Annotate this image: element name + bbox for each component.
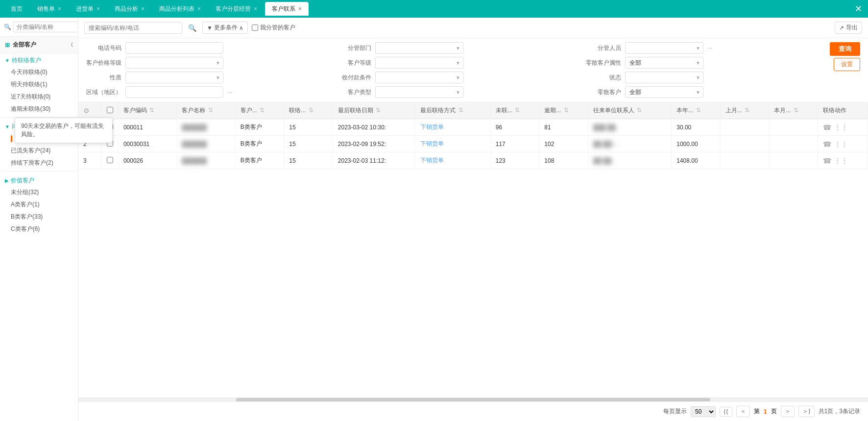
- sort-icon-last-month[interactable]: ⇅: [745, 107, 749, 114]
- next-page-button[interactable]: ＞: [781, 406, 795, 417]
- action-more-icon[interactable]: ⋮⋮: [834, 124, 848, 131]
- cell-last-date: 2023-02-03 11:12:: [333, 152, 415, 169]
- table-row: 2 00030031 ██████ B类客户 15 2023-02-09 19:…: [78, 136, 868, 152]
- tab-customer-layered-close[interactable]: ×: [254, 5, 257, 12]
- my-customers-checkbox[interactable]: [252, 25, 258, 31]
- filter-field-customer-type: 客户类型 ▼: [336, 86, 574, 98]
- tab-analysis-list[interactable]: 商品分析列表 ×: [152, 2, 208, 16]
- my-customers-checkbox-label[interactable]: 我分管的客户: [252, 24, 295, 32]
- sidebar-item-churned[interactable]: 已流失客户(24): [0, 145, 78, 157]
- sidebar-item-tomorrow-pending[interactable]: 明天待联络(1): [0, 78, 78, 91]
- tab-analysis[interactable]: 商品分析 ×: [108, 2, 151, 16]
- last-method-link[interactable]: 下销货单: [420, 157, 444, 164]
- tab-analysis-list-close[interactable]: ×: [197, 5, 201, 12]
- cell-last-method: 下销货单: [415, 119, 490, 136]
- select-all-checkbox[interactable]: [107, 107, 113, 113]
- sort-icon-last-date[interactable]: ⇅: [376, 107, 381, 114]
- tab-sales[interactable]: 销售单 ×: [30, 2, 68, 16]
- tab-purchase[interactable]: 进货单 ×: [69, 2, 107, 16]
- sort-icon-no-contact[interactable]: ⇅: [515, 107, 520, 114]
- table-settings-icon[interactable]: ⚙: [83, 107, 90, 115]
- sort-icon-this-month[interactable]: ⇅: [794, 107, 798, 114]
- sidebar-item-class-a[interactable]: A类客户(1): [0, 198, 78, 211]
- sidebar-search-area: 🔍: [0, 18, 78, 37]
- region-input[interactable]: [125, 86, 223, 98]
- search-button[interactable]: 🔍: [186, 23, 198, 33]
- action-phone-icon[interactable]: ☎: [823, 140, 831, 148]
- divider-2: [0, 171, 78, 172]
- customer-level-select[interactable]: [375, 57, 463, 69]
- sort-icon-overdue[interactable]: ⇅: [564, 107, 569, 114]
- filter-row-4: 区域（地区） ··· 客户类型 ▼ 零散客户: [86, 86, 824, 98]
- search-input[interactable]: [84, 22, 182, 34]
- price-level-select[interactable]: [125, 57, 223, 69]
- more-conditions-button[interactable]: ▼ 更多条件 ∧: [202, 22, 248, 34]
- sort-icon-level[interactable]: ⇅: [260, 107, 265, 114]
- tab-sales-close[interactable]: ×: [58, 5, 61, 12]
- export-button[interactable]: ↗ 导出: [835, 22, 862, 34]
- table-row: 1 000011 ██████ B类客户 15 2023-03-02 10:30…: [78, 119, 868, 136]
- sidebar-item-class-b[interactable]: B类客户(33): [0, 211, 78, 223]
- cell-unit-contact: ██ ██...: [588, 152, 671, 169]
- cell-action: ☎ ⋮⋮: [818, 136, 868, 152]
- sort-icon-contact[interactable]: ⇅: [309, 107, 313, 114]
- action-more-icon[interactable]: ⋮⋮: [834, 140, 848, 148]
- person-select[interactable]: [625, 42, 703, 54]
- last-method-link[interactable]: 下销货单: [420, 124, 444, 130]
- cell-overdue: 81: [539, 119, 588, 136]
- tab-customer-contact-close[interactable]: ×: [298, 5, 302, 12]
- chevron-icon: ∧: [239, 25, 243, 31]
- sidebar-item-class-c[interactable]: C类客户(6): [0, 223, 78, 235]
- tab-analysis-close[interactable]: ×: [141, 5, 145, 12]
- last-method-link[interactable]: 下销货单: [420, 140, 444, 147]
- payment-select[interactable]: [375, 72, 463, 83]
- settings-button[interactable]: 设置: [834, 58, 860, 71]
- horizontal-scrollbar[interactable]: [78, 397, 868, 401]
- sidebar-search-input[interactable]: [13, 22, 78, 32]
- person-more-dots[interactable]: ···: [703, 45, 716, 51]
- sort-icon-unit-contact[interactable]: ⇅: [637, 107, 642, 114]
- prev-page-button[interactable]: ＜: [736, 406, 750, 417]
- region-more-dots[interactable]: ···: [223, 89, 236, 96]
- action-more-icon[interactable]: ⋮⋮: [834, 157, 848, 165]
- sidebar-item-week-pending[interactable]: 近7天待联络(0): [0, 91, 78, 103]
- dept-select[interactable]: [375, 42, 463, 54]
- sidebar-all-customers[interactable]: ⊞ 全部客户 《: [0, 37, 78, 53]
- customer-type-select[interactable]: [375, 86, 463, 98]
- action-phone-icon[interactable]: ☎: [823, 124, 831, 131]
- sidebar-item-today-pending[interactable]: 今天待联络(0): [0, 66, 78, 78]
- tab-customer-contact[interactable]: 客户联系 ×: [265, 2, 309, 16]
- tab-customer-layered[interactable]: 客户分层经营 ×: [209, 2, 264, 16]
- action-phone-icon[interactable]: ☎: [823, 157, 831, 165]
- th-this-month: 本月... ⇅: [769, 102, 818, 119]
- page-size-select[interactable]: 50 100 200: [691, 406, 716, 417]
- first-page-button[interactable]: ⟨⟨: [720, 407, 732, 417]
- status-select[interactable]: [625, 72, 703, 83]
- sidebar-group-pending-title[interactable]: ▼ 待联络客户: [0, 53, 78, 66]
- cell-checkbox[interactable]: [101, 152, 118, 169]
- sort-icon-this-year[interactable]: ⇅: [696, 107, 701, 114]
- sidebar-item-declining[interactable]: 持续下滑客户(2): [0, 157, 78, 169]
- query-button[interactable]: 查询: [830, 42, 860, 56]
- close-window-button[interactable]: ✕: [853, 1, 864, 16]
- sort-icon-name[interactable]: ⇅: [208, 107, 213, 114]
- zero-attr-label: 零散客户属性: [586, 59, 625, 67]
- row-checkbox-2[interactable]: [107, 157, 113, 163]
- nature-select[interactable]: [125, 72, 223, 83]
- sidebar-group-value-title[interactable]: ▶ 价值客户: [0, 173, 78, 186]
- sidebar-item-ungrouped[interactable]: 未分组(32): [0, 186, 78, 198]
- th-contact: 联络... ⇅: [284, 102, 333, 119]
- phone-input[interactable]: [125, 42, 223, 54]
- tab-home[interactable]: 首页: [4, 2, 29, 16]
- zero-customer-select[interactable]: 全部: [625, 86, 703, 98]
- sort-icon-code[interactable]: ⇅: [149, 107, 154, 114]
- th-level: 客户... ⇅: [235, 102, 284, 119]
- filter-field-person: 分管人员 ▼ ···: [586, 42, 824, 54]
- sort-icon-last-method[interactable]: ⇅: [458, 107, 463, 114]
- customer-table: ⚙ 客户编码 ⇅ 客户名称 ⇅: [78, 102, 868, 169]
- sidebar-group-problem: ▼ 问题客户 90天未交易的客户，可能有流失风险。 流失预警客户(3) 已流失客…: [0, 120, 78, 169]
- sidebar-item-overdue-contact[interactable]: 逾期未联络(30): [0, 103, 78, 115]
- tab-purchase-close[interactable]: ×: [96, 5, 100, 12]
- zero-attr-select[interactable]: 全部: [625, 57, 703, 69]
- last-page-button[interactable]: ＞⟩: [798, 406, 815, 417]
